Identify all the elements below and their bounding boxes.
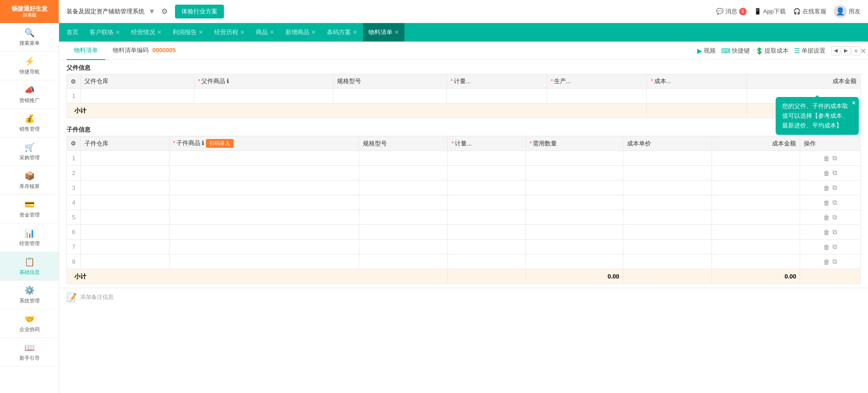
child-cell-warehouse-3[interactable] [81, 181, 169, 195]
message-item[interactable]: 💬 消息 6 [716, 7, 747, 16]
sidebar-item-quicknav[interactable]: ⚡ 快捷导航 [0, 52, 59, 80]
child-cell-qty-7[interactable] [526, 240, 623, 254]
delete-icon[interactable]: 🗑 [823, 229, 830, 236]
parent-col-gear[interactable]: ⚙ [67, 74, 81, 89]
parent-cell-goods[interactable] [194, 89, 333, 103]
action-single-setting[interactable]: ☰ 单据设置 [794, 47, 826, 55]
tab-close-icon[interactable]: ✕ [115, 29, 120, 36]
parent-cell-spec[interactable] [333, 89, 447, 103]
copy-icon[interactable]: ⧉ [832, 213, 837, 221]
tab-customer[interactable]: 客户联络 ✕ [84, 23, 126, 42]
child-cell-qty-5[interactable] [526, 210, 623, 225]
child-cell-price-3[interactable] [623, 181, 712, 195]
child-cell-unit-5[interactable] [447, 210, 525, 225]
child-cell-spec-6[interactable] [359, 225, 448, 240]
child-cell-price-8[interactable] [623, 254, 712, 269]
child-cell-spec-3[interactable] [359, 181, 448, 195]
child-cell-spec-4[interactable] [359, 195, 448, 210]
sidebar-item-inventory[interactable]: 📦 库存核算 [0, 166, 59, 195]
sub-tab-code[interactable]: 物料清单编码 0000005 [105, 42, 183, 60]
trial-button[interactable]: 体验行业方案 [175, 5, 224, 18]
tab-goods[interactable]: 商品 ✕ [250, 23, 280, 42]
child-cell-unit-4[interactable] [447, 195, 525, 210]
child-cell-unit-7[interactable] [447, 240, 525, 254]
child-cell-spec-7[interactable] [359, 240, 448, 254]
child-cell-price-1[interactable] [623, 151, 712, 166]
delete-icon[interactable]: 🗑 [823, 243, 830, 251]
tab-home[interactable]: 首页 [61, 23, 84, 42]
child-cell-goods-8[interactable] [169, 254, 359, 269]
sidebar-item-system[interactable]: ⚙️ 系统管理 [0, 281, 59, 309]
child-cell-goods-5[interactable] [169, 210, 359, 225]
online-service-item[interactable]: 🎧 在线客服 [793, 7, 826, 16]
delete-icon[interactable]: 🗑 [823, 199, 830, 206]
copy-icon[interactable]: ⧉ [832, 184, 837, 192]
child-cell-price-7[interactable] [623, 240, 712, 254]
user-item[interactable]: 👤 用友 [834, 5, 861, 18]
child-cell-spec-8[interactable] [359, 254, 448, 269]
tab-close-icon[interactable]: ✕ [311, 29, 316, 36]
child-cell-goods-1[interactable] [169, 151, 359, 166]
tab-new-goods[interactable]: 新增商品 ✕ [280, 23, 321, 42]
parent-cell-warehouse[interactable] [81, 89, 194, 103]
tooltip-close-button[interactable]: ✕ [851, 99, 856, 108]
tab-bom[interactable]: 物料清单 ✕ [363, 23, 404, 42]
child-cell-spec-2[interactable] [359, 166, 448, 181]
gear-icon[interactable]: ⚙ [161, 7, 168, 16]
child-cell-unit-3[interactable] [447, 181, 525, 195]
action-cost[interactable]: 💲 提取成本 [755, 47, 789, 55]
child-cell-unit-6[interactable] [447, 225, 525, 240]
parent-cell-unit[interactable] [446, 89, 547, 103]
child-cell-spec-1[interactable] [359, 151, 448, 166]
child-cell-warehouse-5[interactable] [81, 210, 169, 225]
child-cell-price-5[interactable] [623, 210, 712, 225]
sub-tab-list[interactable]: 物料清单 [66, 42, 105, 60]
sidebar-item-search[interactable]: 🔍 搜索菜单 [0, 23, 59, 52]
content-close-icon[interactable]: ✕ [860, 46, 866, 55]
child-cell-goods-2[interactable] [169, 166, 359, 181]
delete-icon[interactable]: 🗑 [823, 169, 830, 177]
app-download-item[interactable]: 📱 App下载 [754, 7, 786, 16]
tab-profit[interactable]: 利润报告 ✕ [167, 23, 209, 42]
nav-prev-button[interactable]: ◀ [831, 46, 840, 55]
delete-icon[interactable]: 🗑 [823, 184, 830, 192]
tab-barcode[interactable]: 条码方案 ✕ [321, 23, 363, 42]
child-cell-goods-7[interactable] [169, 240, 359, 254]
child-cell-goods-3[interactable] [169, 181, 359, 195]
sidebar-item-basic[interactable]: 📋 基础信息 [0, 252, 59, 281]
delete-icon[interactable]: 🗑 [823, 214, 830, 221]
child-cell-price-4[interactable] [623, 195, 712, 210]
tab-operation[interactable]: 经营情况 ✕ [126, 23, 167, 42]
parent-cell-production[interactable] [547, 89, 647, 103]
child-cell-unit-1[interactable] [447, 151, 525, 166]
scan-input-button[interactable]: 扫码录入 [206, 139, 234, 148]
nav-list-button[interactable]: ≡ [851, 46, 861, 55]
child-cell-price-2[interactable] [623, 166, 712, 181]
child-cell-price-6[interactable] [623, 225, 712, 240]
sidebar-item-purchase[interactable]: 🛒 采购管理 [0, 138, 59, 166]
sidebar-item-guide[interactable]: 📖 新手引导 [0, 338, 59, 367]
child-cell-qty-6[interactable] [526, 225, 623, 240]
child-cell-spec-5[interactable] [359, 210, 448, 225]
dropdown-arrow-icon[interactable]: ▼ [148, 7, 156, 16]
tab-close-icon[interactable]: ✕ [353, 29, 357, 36]
child-cell-warehouse-4[interactable] [81, 195, 169, 210]
child-cell-goods-4[interactable] [169, 195, 359, 210]
sidebar-item-sales[interactable]: 💰 销售管理 [0, 109, 59, 138]
nav-next-button[interactable]: ▶ [841, 46, 850, 55]
child-cell-warehouse-1[interactable] [81, 151, 169, 166]
copy-icon[interactable]: ⧉ [832, 199, 837, 206]
tab-close-icon[interactable]: ✕ [157, 29, 162, 36]
child-cell-warehouse-6[interactable] [81, 225, 169, 240]
sidebar-item-operations[interactable]: 📊 经营管理 [0, 224, 59, 252]
tab-close-icon[interactable]: ✕ [240, 29, 245, 36]
copy-icon[interactable]: ⧉ [832, 228, 837, 236]
action-view[interactable]: ▶ 视频 [697, 47, 716, 55]
bottom-bar-text[interactable]: 添加备注信息 [80, 293, 114, 301]
child-cell-warehouse-8[interactable] [81, 254, 169, 269]
action-shortcut[interactable]: ⌨ 快捷键 [721, 47, 750, 55]
delete-icon[interactable]: 🗑 [823, 155, 830, 162]
child-cell-goods-6[interactable] [169, 225, 359, 240]
sidebar-item-collab[interactable]: 🤝 企业协同 [0, 309, 59, 338]
child-cell-qty-2[interactable] [526, 166, 623, 181]
